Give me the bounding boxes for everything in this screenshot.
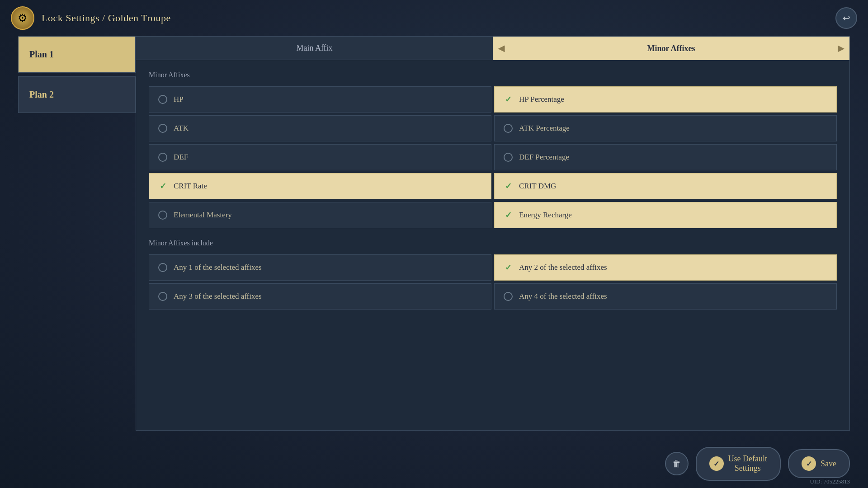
right-panel: Main Affix ◀ Minor Affixes ▶ Minor Affix…	[136, 36, 850, 431]
affix-energy-recharge[interactable]: ✓ Energy Recharge	[494, 202, 837, 228]
radio-any4	[504, 292, 513, 301]
tab-right-arrow: ▶	[838, 43, 844, 53]
tab-minor-affixes[interactable]: ◀ Minor Affixes ▶	[493, 37, 849, 60]
include-any3[interactable]: Any 3 of the selected affixes	[149, 283, 491, 310]
save-label: Save	[821, 459, 836, 469]
minor-affixes-title: Minor Affixes	[149, 71, 837, 79]
save-button[interactable]: ✓ Save	[788, 449, 850, 478]
app-logo: ⚙	[11, 6, 34, 30]
include-any3-label: Any 3 of the selected affixes	[174, 292, 262, 301]
tabs-row: Main Affix ◀ Minor Affixes ▶	[136, 37, 849, 60]
affix-def[interactable]: DEF	[149, 144, 491, 170]
check-hp-percentage: ✓	[504, 95, 513, 104]
radio-def-percentage	[504, 153, 513, 162]
back-button[interactable]: ↩	[835, 7, 857, 29]
include-grid: Any 1 of the selected affixes ✓ Any 2 of…	[149, 254, 837, 310]
radio-any3	[158, 292, 167, 301]
main-content: Plan 1 Plan 2 Main Affix ◀ Minor Affixes…	[0, 36, 868, 440]
affix-def-percentage-label: DEF Percentage	[519, 153, 569, 162]
page-title: Lock Settings / Golden Troupe	[42, 12, 171, 24]
radio-def	[158, 153, 167, 162]
content-area: Minor Affixes HP ✓ HP Percentage ATK	[136, 60, 849, 430]
radio-any1	[158, 263, 167, 272]
affix-atk[interactable]: ATK	[149, 115, 491, 141]
include-title: Minor Affixes include	[149, 239, 837, 247]
back-icon: ↩	[843, 13, 850, 23]
affix-crit-dmg-label: CRIT DMG	[519, 182, 556, 191]
affix-energy-recharge-label: Energy Recharge	[519, 211, 572, 220]
affix-crit-dmg[interactable]: ✓ CRIT DMG	[494, 173, 837, 199]
save-check-icon: ✓	[802, 456, 816, 471]
check-crit-dmg: ✓	[504, 182, 513, 191]
affix-hp-label: HP	[174, 95, 184, 104]
affix-def-label: DEF	[174, 153, 188, 162]
affix-atk-percentage[interactable]: ATK Percentage	[494, 115, 837, 141]
tab-left-arrow: ◀	[498, 43, 505, 53]
use-default-button[interactable]: ✓ Use DefaultSettings	[696, 447, 781, 481]
affix-hp[interactable]: HP	[149, 86, 491, 113]
include-any4[interactable]: Any 4 of the selected affixes	[494, 283, 837, 310]
check-crit-rate: ✓	[158, 182, 167, 191]
include-any4-label: Any 4 of the selected affixes	[519, 292, 607, 301]
affix-elemental-mastery[interactable]: Elemental Mastery	[149, 202, 491, 228]
delete-icon: 🗑	[672, 459, 681, 469]
affix-hp-percentage[interactable]: ✓ HP Percentage	[494, 86, 837, 113]
affix-hp-percentage-label: HP Percentage	[519, 95, 564, 104]
affix-crit-rate-label: CRIT Rate	[174, 182, 207, 191]
use-default-check-icon: ✓	[709, 456, 724, 471]
radio-hp	[158, 95, 167, 104]
include-any2[interactable]: ✓ Any 2 of the selected affixes	[494, 254, 837, 281]
include-any1-label: Any 1 of the selected affixes	[174, 263, 262, 272]
radio-elemental-mastery	[158, 211, 167, 220]
affixes-grid: HP ✓ HP Percentage ATK ATK Percentage	[149, 86, 837, 228]
plans-sidebar: Plan 1 Plan 2	[18, 36, 136, 431]
affix-elemental-mastery-label: Elemental Mastery	[174, 211, 232, 220]
uid-label: UID: 705225813	[810, 478, 850, 485]
delete-button[interactable]: 🗑	[665, 452, 689, 475]
affix-atk-label: ATK	[174, 124, 189, 133]
plan-2-button[interactable]: Plan 2	[18, 76, 136, 113]
plan-1-button[interactable]: Plan 1	[18, 36, 136, 73]
include-any2-label: Any 2 of the selected affixes	[519, 263, 607, 272]
logo-icon: ⚙	[18, 12, 28, 24]
check-energy-recharge: ✓	[504, 211, 513, 220]
affix-def-percentage[interactable]: DEF Percentage	[494, 144, 837, 170]
radio-atk-percentage	[504, 124, 513, 133]
check-any2: ✓	[504, 263, 513, 272]
include-any1[interactable]: Any 1 of the selected affixes	[149, 254, 491, 281]
footer: 🗑 ✓ Use DefaultSettings ✓ Save UID: 7052…	[0, 440, 868, 488]
header: ⚙ Lock Settings / Golden Troupe ↩	[0, 0, 868, 36]
affix-crit-rate[interactable]: ✓ CRIT Rate	[149, 173, 491, 199]
use-default-label: Use DefaultSettings	[728, 454, 767, 474]
radio-atk	[158, 124, 167, 133]
tab-main-affix[interactable]: Main Affix	[136, 37, 493, 60]
affix-atk-percentage-label: ATK Percentage	[519, 124, 570, 133]
